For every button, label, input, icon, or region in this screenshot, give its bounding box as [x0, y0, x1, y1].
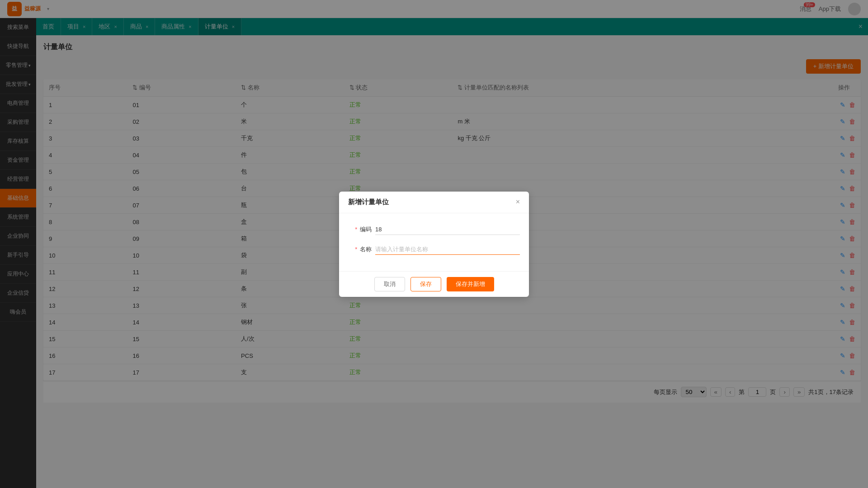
- name-required-mark: *: [355, 246, 357, 253]
- cancel-button[interactable]: 取消: [374, 277, 405, 291]
- form-item-name: * 名称: [348, 244, 520, 255]
- save-and-new-button[interactable]: 保存并新增: [447, 277, 494, 291]
- code-required-mark: *: [355, 226, 357, 233]
- name-input[interactable]: [375, 244, 520, 255]
- modal-body: * 编码 * 名称: [339, 213, 529, 271]
- modal-overlay: 新增计量单位 × * 编码 * 名称 取消 保存 保存并新增: [0, 0, 868, 488]
- name-label-text: 名称: [360, 246, 372, 253]
- modal-title: 新增计量单位: [348, 198, 389, 206]
- modal-close-button[interactable]: ×: [516, 198, 520, 206]
- add-measure-unit-modal: 新增计量单位 × * 编码 * 名称 取消 保存 保存并新增: [339, 192, 529, 297]
- modal-header: 新增计量单位 ×: [339, 192, 529, 213]
- code-input[interactable]: [375, 224, 520, 235]
- code-label-text: 编码: [360, 226, 372, 233]
- form-item-code: * 编码: [348, 224, 520, 235]
- save-button[interactable]: 保存: [410, 277, 441, 291]
- modal-footer: 取消 保存 保存并新增: [339, 271, 529, 297]
- name-label: * 名称: [348, 245, 375, 253]
- code-label: * 编码: [348, 225, 375, 234]
